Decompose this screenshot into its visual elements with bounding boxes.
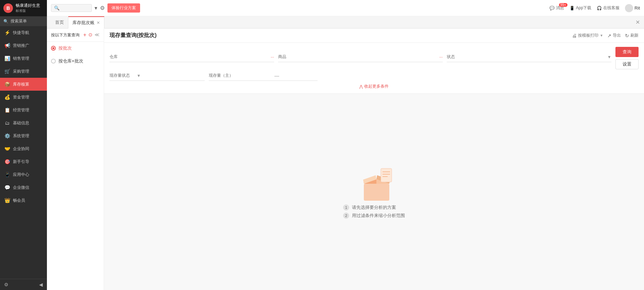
app-download-button[interactable]: 📱 App下载: [570, 5, 591, 11]
target-icon: 🎯: [4, 159, 10, 165]
collapse-chevron-icon: ⋀: [359, 84, 363, 89]
tab-inventory-batch[interactable]: 库存批次账 ✕: [68, 16, 104, 29]
print-icon: 🖨: [572, 33, 577, 38]
chat-icon: 💬: [4, 184, 10, 191]
sidebar-item-label: 应用中心: [13, 172, 29, 178]
trial-industry-button[interactable]: 体验行业方案: [107, 3, 140, 13]
query-button[interactable]: 查询: [615, 47, 639, 57]
sidebar-item-system[interactable]: ⚙️ 系统管理: [0, 129, 47, 142]
empty-state: 1 请先选择要分析的方案 2 用过滤条件来缩小分析范围: [104, 94, 644, 290]
money-icon: 💰: [4, 94, 10, 100]
sidebar-item-label: 快捷导航: [13, 30, 29, 36]
filter-settings-icon[interactable]: ⊙: [88, 32, 92, 38]
megaphone-icon: 📢: [4, 42, 10, 49]
product-field: 商品 ···: [278, 54, 443, 62]
settings-footer-icon[interactable]: ⚙: [4, 282, 9, 287]
tab-home[interactable]: 首页: [51, 16, 68, 29]
collapse-more-conditions[interactable]: ⋀ 收起更多条件: [359, 84, 389, 89]
empty-hint-1: 请先选择要分析的方案: [352, 204, 396, 211]
user-profile-area[interactable]: Rit: [625, 4, 640, 12]
tab-close-icon[interactable]: ✕: [97, 20, 100, 25]
topbar-search-area[interactable]: 🔍: [51, 4, 92, 12]
export-icon: ↗: [607, 33, 611, 38]
empty-instruction-1: 1 请先选择要分析的方案: [343, 204, 405, 211]
sidebar-item-apps[interactable]: 📱 应用中心: [0, 168, 47, 181]
sidebar-brand-name: 畅康通好生意: [16, 3, 40, 8]
main-area: 🔍 ▾ ⚙ 体验行业方案 💬 消息 99+ 📱 App下载 🎧 在线客服: [47, 0, 644, 290]
search-row-1: 仓库 ··· 商品 ··· 状态 ▼: [109, 47, 639, 69]
svg-rect-5: [381, 168, 392, 182]
cart-icon: 🛒: [4, 68, 10, 74]
page-title: 现存量查询(按批次): [109, 32, 157, 39]
status-dropdown[interactable]: ▼: [467, 55, 611, 59]
sidebar-item-label: 库存核算: [13, 81, 29, 87]
sidebar-item-basics[interactable]: 🗂 基础信息: [0, 116, 47, 129]
customer-service-button[interactable]: 🎧 在线客服: [597, 5, 620, 11]
print-dropdown-icon[interactable]: ▼: [600, 34, 603, 37]
folder-icon: 🗂: [4, 120, 10, 126]
tab-home-label: 首页: [55, 19, 64, 25]
warehouse-field: 仓库 ···: [109, 54, 274, 62]
sidebar-item-sales[interactable]: 📊 销售管理: [0, 52, 47, 65]
svg-rect-0: [364, 184, 389, 201]
sidebar-item-guide[interactable]: 🎯 新手引导: [0, 155, 47, 168]
tabs-bar: 首页 库存批次账 ✕ ✕: [47, 16, 644, 29]
product-label: 商品: [278, 54, 299, 60]
status-label: 状态: [447, 54, 467, 60]
mobile-icon: 📱: [4, 171, 10, 178]
sidebar-item-label: 采购管理: [13, 69, 29, 74]
sidebar-edition: 标准版: [16, 8, 40, 13]
search-icon: 🔍: [3, 19, 9, 24]
sidebar-item-wechat[interactable]: 💬 企业微信: [0, 181, 47, 194]
warehouse-more-icon[interactable]: ···: [271, 55, 274, 59]
collapse-sidebar-icon[interactable]: ◀: [39, 282, 43, 287]
tab-inventory-batch-label: 库存批次账: [72, 20, 95, 26]
messages-button[interactable]: 💬 消息 99+: [549, 5, 564, 11]
sidebar-item-member[interactable]: 👑 畅会员: [0, 194, 47, 207]
settings-button[interactable]: 设置: [615, 59, 639, 69]
export-label: 导出: [613, 33, 621, 38]
sidebar-item-operations[interactable]: 📋 经营管理: [0, 104, 47, 116]
sidebar-item-enterprise[interactable]: 🤝 企业协同: [0, 142, 47, 155]
filter-item-warehouse-batch-label: 按仓库+批次: [58, 58, 83, 64]
download-icon: 📱: [570, 6, 575, 11]
product-input[interactable]: [299, 55, 438, 59]
page-header-actions: 🖨 按模板打印 ▼ ↗ 导出 ↻ 刷新: [572, 33, 639, 38]
sidebar-header: B 畅康通好生意 标准版: [0, 0, 47, 16]
sidebar-item-label: 企业微信: [13, 185, 29, 191]
sidebar-item-finance[interactable]: 💰 资金管理: [0, 91, 47, 104]
filter-add-icon[interactable]: +: [83, 32, 86, 38]
stock-status-dropdown[interactable]: ▼: [137, 73, 141, 78]
sidebar-item-quick-nav[interactable]: ⚡ 快捷导航: [0, 26, 47, 39]
status-arrow-icon: ▼: [607, 55, 611, 59]
sidebar-footer: ⚙ ◀: [0, 279, 47, 290]
stock-qty-min-input[interactable]: [236, 73, 273, 78]
sidebar-item-purchase[interactable]: 🛒 采购管理: [0, 65, 47, 78]
warehouse-label: 仓库: [109, 54, 130, 60]
panel-close-button[interactable]: ✕: [635, 19, 640, 25]
sidebar-search-label: 搜索菜单: [11, 18, 27, 24]
sidebar-item-inventory[interactable]: 📦 库存核算: [0, 78, 47, 91]
topbar-settings-icon[interactable]: ⚙: [100, 5, 105, 11]
sidebar-item-marketing[interactable]: 📢 营销推广: [0, 39, 47, 52]
filter-item-warehouse-batch[interactable]: 按仓库+批次: [47, 55, 104, 68]
refresh-button[interactable]: ↻ 刷新: [625, 33, 639, 38]
topbar-gear-icon[interactable]: ▾: [95, 5, 97, 11]
product-more-icon[interactable]: ···: [439, 55, 443, 59]
user-name: Rit: [634, 5, 640, 11]
sidebar-item-label: 新手引导: [13, 159, 29, 165]
warehouse-input[interactable]: [130, 55, 269, 59]
sidebar-item-label: 销售管理: [13, 56, 29, 61]
sidebar-search-menu[interactable]: 🔍 搜索菜单: [0, 16, 47, 26]
stock-qty-max-input[interactable]: [281, 73, 318, 78]
topbar-search-input[interactable]: [61, 6, 85, 11]
print-template-button[interactable]: 🖨 按模板打印 ▼: [572, 33, 603, 38]
filter-collapse-icon[interactable]: ≪: [95, 32, 100, 38]
filter-item-batch-label: 按批次: [58, 45, 72, 51]
topbar: 🔍 ▾ ⚙ 体验行业方案 💬 消息 99+ 📱 App下载 🎧 在线客服: [47, 0, 644, 16]
content-area: 按以下方案查询 + ⊙ ≪ 按批次 按仓库+批次 现存量查询(按批次): [47, 29, 644, 290]
empty-instructions: 1 请先选择要分析的方案 2 用过滤条件来缩小分析范围: [343, 204, 405, 219]
filter-item-batch[interactable]: 按批次: [47, 42, 104, 55]
sidebar-item-label: 经营管理: [13, 107, 29, 113]
export-button[interactable]: ↗ 导出: [607, 33, 621, 38]
